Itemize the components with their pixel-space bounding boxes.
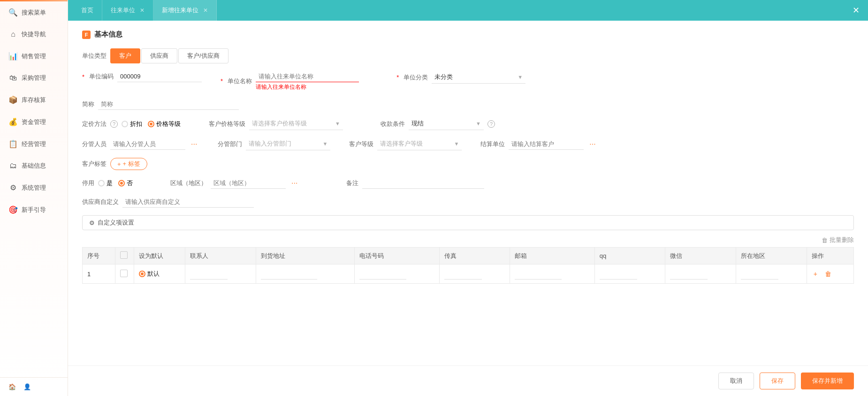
row-actions: + 🗑 (812, 270, 849, 278)
manager-input[interactable] (110, 139, 185, 150)
chevron-down-icon: ▼ (518, 74, 523, 80)
form-row-manager: 分管人员 ··· 分管部门 请输入分管部门 ▼ 客户等级 请选择客户等级 ▼ (82, 138, 854, 150)
settlement-unit-more-btn[interactable]: ··· (587, 140, 597, 148)
sidebar-item-quick-nav[interactable]: ⌂ 快捷导航 (0, 23, 68, 45)
col-seq: 序号 (83, 248, 115, 264)
save-and-new-button[interactable]: 保存并新增 (801, 373, 854, 389)
sidebar-item-purchase[interactable]: 🛍 采购管理 (0, 67, 68, 89)
pricing-help-icon[interactable]: ? (110, 120, 118, 128)
qq-input[interactable] (600, 268, 637, 280)
header-checkbox[interactable] (120, 251, 128, 259)
add-tag-button[interactable]: + + 标签 (110, 158, 147, 170)
region-label: 区域（地区） (170, 179, 207, 187)
sidebar-item-label: 系统管理 (22, 184, 46, 192)
type-btn-customer[interactable]: 客户 (110, 48, 140, 63)
sidebar-item-operations[interactable]: 📋 经营管理 (0, 133, 68, 155)
settings-icon: ⚙ (89, 219, 95, 226)
remark-label: 备注 (346, 179, 358, 187)
cell-email (510, 264, 595, 284)
address-input[interactable] (261, 268, 317, 280)
form-row-supplier-custom: 供应商自定义 (82, 196, 854, 208)
section-title: 基本信息 (94, 30, 122, 39)
sidebar-item-search[interactable]: 🔍 搜索菜单 (0, 1, 68, 23)
section-icon: F (82, 31, 91, 39)
sidebar-item-label: 搜索菜单 (22, 8, 46, 17)
short-name-input[interactable] (98, 99, 239, 110)
sidebar-item-label: 经营管理 (22, 140, 46, 148)
form-item-customer-price-level: 客户价格等级 请选择客户价格等级 ▼ (209, 117, 343, 130)
delete-row-button[interactable]: 🗑 (823, 270, 833, 278)
row-default-radio[interactable]: 默认 (139, 270, 180, 278)
tab-home[interactable]: 首页 (73, 0, 102, 21)
sidebar-item-system[interactable]: ⚙ 系统管理 (0, 177, 68, 199)
payment-terms-select[interactable]: 现结 ▼ (409, 117, 484, 130)
form-item-unit-code: * 单位编码 000009 (82, 71, 202, 82)
radio-discount-label: 折扣 (130, 120, 142, 128)
unit-name-label: 单位名称 (228, 77, 252, 85)
type-btn-both[interactable]: 客户/供应商 (178, 48, 228, 63)
radio-disabled-no[interactable]: 否 (118, 179, 133, 187)
department-select[interactable]: 请输入分管部门 ▼ (246, 138, 330, 150)
department-placeholder: 请输入分管部门 (249, 140, 291, 148)
unit-name-input[interactable] (256, 71, 359, 82)
settlement-unit-input[interactable] (509, 139, 584, 150)
customer-price-level-select[interactable]: 请选择客户价格等级 ▼ (249, 117, 343, 130)
sidebar-item-inventory[interactable]: 📦 库存核算 (0, 89, 68, 111)
col-email: 邮箱 (510, 248, 595, 264)
manager-more-btn[interactable]: ··· (189, 140, 199, 148)
radio-discount[interactable]: 折扣 (122, 120, 142, 128)
col-address: 到货地址 (256, 248, 354, 264)
unit-code-input[interactable]: 000009 (117, 71, 202, 82)
custom-settings-button[interactable]: ⚙ 自定义项设置 (82, 215, 854, 230)
radio-disabled-yes[interactable]: 是 (98, 179, 113, 187)
contact-input[interactable] (190, 268, 228, 280)
unit-category-select[interactable]: 未分类 ▼ (432, 71, 525, 84)
save-button[interactable]: 保存 (760, 373, 795, 389)
tab-partners-close[interactable]: ✕ (140, 7, 145, 14)
customer-price-level-label: 客户价格等级 (209, 120, 245, 128)
remark-input[interactable] (362, 178, 484, 189)
radio-price-level[interactable]: 价格等级 (148, 120, 181, 128)
form-item-unit-name: * 单位名称 请输入往来单位名称 (221, 71, 359, 91)
form-row-code-name: * 单位编码 000009 * 单位名称 请输入往来单位名称 * 单位分类 未分… (82, 71, 854, 91)
batch-delete-label: 批量删除 (830, 236, 854, 244)
tag-add-label: + 标签 (123, 160, 140, 168)
add-row-button[interactable]: + (812, 270, 819, 278)
cancel-button[interactable]: 取消 (718, 373, 754, 389)
customer-level-label: 客户等级 (349, 140, 373, 148)
unit-category-value: 未分类 (434, 73, 453, 81)
region-input[interactable] (211, 178, 286, 189)
sidebar-item-sales[interactable]: 📊 销售管理 (0, 45, 68, 67)
batch-delete-button[interactable]: 🗑 批量删除 (822, 236, 854, 244)
type-btn-supplier[interactable]: 供应商 (141, 48, 177, 63)
tab-new-partner[interactable]: 新增往来单位 ✕ (153, 0, 217, 21)
region-more-btn[interactable]: ··· (289, 179, 299, 187)
tab-new-partner-close[interactable]: ✕ (203, 7, 208, 14)
radio-no-circle (118, 180, 125, 186)
search-icon: 🔍 (8, 8, 18, 17)
sidebar-item-basic-info[interactable]: 🗂 基础信息 (0, 155, 68, 177)
payment-terms-help-icon[interactable]: ? (487, 120, 495, 128)
sidebar-item-label: 基础信息 (22, 162, 46, 170)
customer-level-select[interactable]: 请选择客户等级 ▼ (377, 138, 462, 150)
radio-yes-circle (98, 180, 105, 186)
email-input[interactable] (515, 268, 562, 280)
sidebar-item-guide[interactable]: 🎯 新手引导 (0, 199, 68, 221)
window-close-button[interactable]: ✕ (849, 5, 863, 16)
unit-code-label: 单位编码 (89, 72, 114, 81)
fax-input[interactable] (444, 268, 482, 280)
sidebar-item-finance[interactable]: 💰 资金管理 (0, 111, 68, 133)
wechat-input[interactable] (670, 268, 708, 280)
supplier-custom-input[interactable] (122, 196, 254, 208)
cell-phone (355, 264, 440, 284)
user-bottom-icon[interactable]: 👤 (23, 383, 31, 390)
cell-fax (439, 264, 510, 284)
sidebar: 🔍 搜索菜单 ⌂ 快捷导航 📊 销售管理 🛍 采购管理 📦 库存核算 💰 资金管… (0, 0, 68, 396)
phone-input[interactable] (359, 268, 406, 280)
disabled-radio-group: 是 否 (98, 179, 133, 187)
table-region-input[interactable] (741, 268, 778, 280)
cell-qq (594, 264, 665, 284)
tab-partners[interactable]: 往来单位 ✕ (102, 0, 153, 21)
row-checkbox[interactable] (120, 270, 128, 277)
home-bottom-icon[interactable]: 🏠 (8, 383, 16, 390)
